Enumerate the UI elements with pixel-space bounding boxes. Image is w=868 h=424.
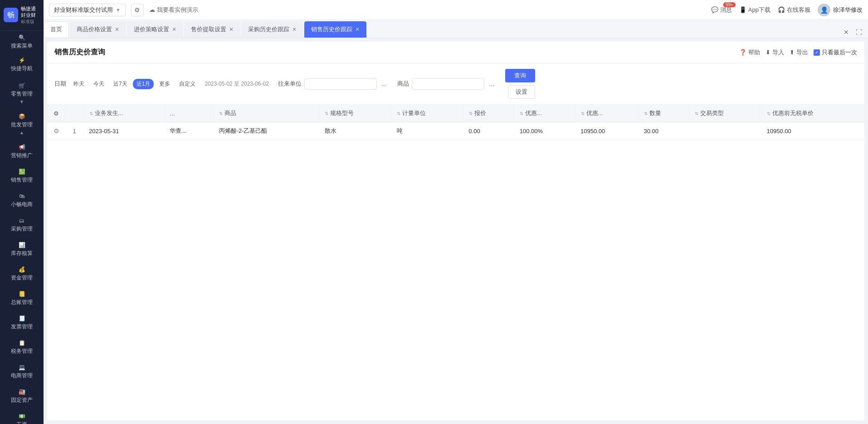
filter-buttons: 查询 设置	[505, 69, 535, 99]
tab-sale-history-close-icon[interactable]: ✕	[355, 26, 360, 33]
last-only-checkbox-label[interactable]: ✓ 只看最后一次	[814, 48, 857, 57]
sidebar-item-tax[interactable]: 📋 税务管理	[0, 335, 44, 360]
last-only-label: 只看最后一次	[822, 48, 857, 57]
tab-purchase-history[interactable]: 采购历史价跟踪 ✕	[241, 21, 303, 38]
product-more-button[interactable]: ...	[487, 80, 496, 87]
column-price-label: 报价	[474, 109, 486, 117]
sidebar-item-payroll[interactable]: 💵 工资	[0, 409, 44, 424]
sidebar-item-ecommerce[interactable]: 💻 电商管理	[0, 360, 44, 384]
tab-sale-price-label: 售价提取设置	[191, 25, 226, 34]
column-product: ⇅ 商品	[214, 105, 319, 122]
source-unit-more-button[interactable]: ...	[380, 80, 389, 87]
sidebar-item-ecommerce-small-label: 小畅电商	[11, 201, 33, 208]
column-unit-label: 计量单位	[402, 109, 426, 117]
tab-product-price[interactable]: 商品价格设置 ✕	[70, 21, 126, 38]
query-button[interactable]: 查询	[505, 69, 535, 82]
import-icon: ⬇	[766, 49, 770, 56]
sidebar-item-purchase[interactable]: 🗂 采购管理	[0, 213, 44, 237]
filter-settings-button[interactable]: 设置	[508, 85, 535, 99]
row-discount1-cell: 100.00%	[514, 122, 575, 140]
unit-sort-icon[interactable]: ⇅	[397, 111, 400, 116]
sidebar-item-inventory-label: 库存核算	[11, 250, 33, 257]
tab-sale-price[interactable]: 售价提取设置 ✕	[184, 21, 240, 38]
tab-price-strategy-close-icon[interactable]: ✕	[172, 26, 176, 33]
column-spec: ⇅ 规格型号	[319, 105, 391, 122]
column-extra: ...	[164, 105, 214, 122]
chevron-down-icon: ▼	[116, 7, 121, 13]
date-option-today[interactable]: 今天	[90, 79, 108, 89]
sidebar-item-wholesale[interactable]: 📦 批发管理 ▲	[0, 109, 44, 140]
payroll-icon: 💵	[19, 413, 25, 419]
online-service-label: 在线客服	[787, 6, 810, 14]
spec-sort-icon[interactable]: ⇅	[325, 111, 328, 116]
tab-purchase-history-close-icon[interactable]: ✕	[292, 26, 297, 33]
date-option-last7days[interactable]: 近7天	[110, 79, 131, 89]
tab-product-price-close-icon[interactable]: ✕	[115, 26, 119, 33]
tab-price-strategy[interactable]: 进价策略设置 ✕	[127, 21, 183, 38]
table-container: ⚙ ⇅ 业务发生... ...	[47, 105, 864, 420]
sidebar-item-quicknav[interactable]: ⚡ 快捷导航	[0, 53, 44, 76]
sidebar-item-ecommerce-label: 电商管理	[11, 372, 33, 380]
export-button[interactable]: ⬆ 导出	[790, 48, 808, 57]
header-settings-button[interactable]: ⚙	[131, 4, 144, 16]
sidebar-item-marketing[interactable]: 📢 营销推广	[0, 140, 44, 164]
tab-sale-price-close-icon[interactable]: ✕	[229, 26, 234, 33]
help-label: 帮助	[748, 48, 760, 57]
product-sort-icon[interactable]: ⇅	[219, 111, 223, 116]
sidebar-item-finance[interactable]: 💰 资金管理	[0, 262, 44, 286]
version-selector[interactable]: 好业财标准版交付试用 ▼	[49, 4, 126, 16]
qty-sort-icon[interactable]: ⇅	[644, 111, 648, 116]
column-date-label: 业务发生...	[95, 109, 123, 117]
date-option-yesterday[interactable]: 昨天	[70, 79, 88, 89]
import-button[interactable]: ⬇ 导入	[766, 48, 784, 57]
help-button[interactable]: ❓ 帮助	[739, 48, 760, 57]
version-label: 好业财标准版交付试用	[54, 6, 113, 14]
tab-sale-history[interactable]: 销售历史价跟踪 ✕	[304, 21, 366, 38]
wholesale-icon: 📦	[19, 113, 25, 120]
discount1-sort-icon[interactable]: ⇅	[520, 111, 523, 116]
demo-link[interactable]: ☁ 我要看实例演示	[149, 6, 198, 14]
user-info[interactable]: 👤 徐泽华修改	[818, 4, 863, 16]
date-sort-icon[interactable]: ⇅	[89, 111, 93, 116]
discount2-sort-icon[interactable]: ⇅	[581, 111, 585, 116]
column-date: ⇅ 业务发生...	[83, 105, 164, 122]
gear-icon[interactable]: ⚙	[54, 110, 59, 117]
sidebar-item-assets[interactable]: 🏭 固定资产	[0, 384, 44, 409]
sidebar-item-ecommerce-small[interactable]: 🛍 小畅电商	[0, 188, 44, 213]
date-option-last1month[interactable]: 近1月	[133, 79, 154, 89]
trans-type-sort-icon[interactable]: ⇅	[695, 111, 698, 116]
source-unit-input[interactable]	[304, 78, 377, 90]
sidebar-item-inventory[interactable]: 📊 库存核算	[0, 237, 44, 262]
row-discount2-cell: 10950.00	[575, 122, 639, 140]
sidebar-item-search[interactable]: 🔍 搜索菜单	[0, 31, 44, 53]
filter-bar: 日期 昨天 今天 近7天 近1月 更多 自定义 2023-05-02 至 202…	[47, 63, 864, 105]
messages-button[interactable]: 💬 消息 99+	[711, 6, 732, 14]
pretax-price-sort-icon[interactable]: ⇅	[767, 111, 770, 116]
row-gear-icon[interactable]: ⚙	[54, 127, 59, 135]
row-pretax-price-cell: 10950.00	[761, 122, 864, 140]
top-header: 好业财标准版交付试用 ▼ ⚙ ☁ 我要看实例演示 💬 消息 99+ 📱 App下…	[44, 0, 868, 20]
sales-icon: 💹	[19, 169, 25, 175]
tab-end-buttons: ✕ ⛶	[841, 27, 868, 38]
tab-close-all-button[interactable]: ✕	[841, 27, 852, 38]
column-pretax-price-label: 优惠前无税单价	[772, 109, 814, 117]
sidebar-item-ledger[interactable]: 📒 总账管理	[0, 286, 44, 311]
product-input[interactable]	[412, 78, 484, 90]
help-icon: ❓	[739, 49, 746, 56]
online-service-button[interactable]: 🎧 在线客服	[778, 6, 810, 14]
sidebar-item-invoice[interactable]: 🧾 发票管理	[0, 311, 44, 335]
sidebar-item-wholesale-label: 批发管理	[11, 121, 33, 129]
phone-icon: 📱	[739, 6, 746, 13]
sidebar-item-retail[interactable]: 🛒 零售管理 ▼	[0, 78, 44, 109]
tab-home[interactable]: 首页	[44, 21, 69, 38]
sidebar-item-finance-label: 资金管理	[11, 274, 33, 282]
date-option-more[interactable]: 更多	[156, 79, 174, 89]
retail-expand-icon: ▼	[20, 99, 24, 104]
table-header-row: ⚙ ⇅ 业务发生... ...	[47, 105, 864, 122]
gear-icon: ⚙	[134, 6, 140, 14]
price-sort-icon[interactable]: ⇅	[469, 111, 473, 116]
tab-expand-button[interactable]: ⛶	[853, 27, 864, 38]
app-download-button[interactable]: 📱 App下载	[739, 6, 770, 14]
sidebar-item-sales[interactable]: 💹 销售管理	[0, 164, 44, 188]
date-option-custom[interactable]: 自定义	[176, 79, 199, 89]
